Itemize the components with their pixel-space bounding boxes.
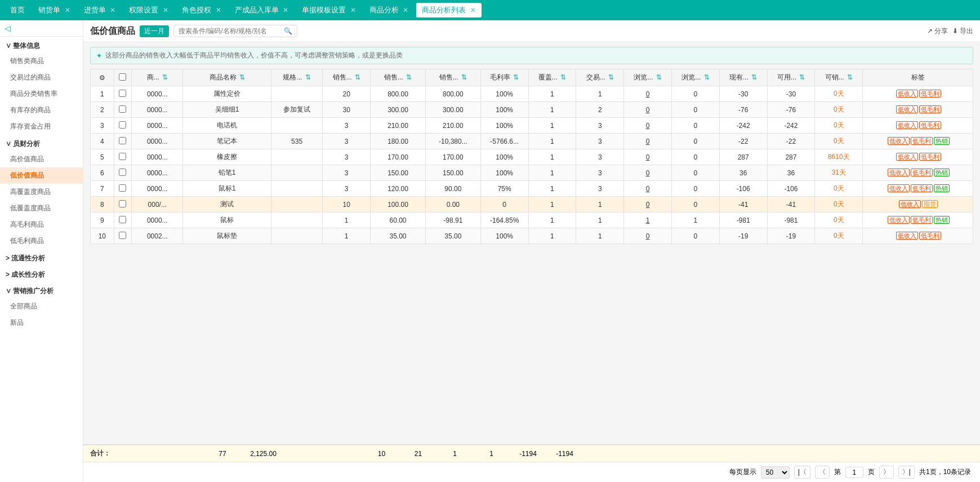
page-input[interactable] [845, 467, 863, 478]
sidebar-group-marketing[interactable]: ∨ 营销推广分析 [0, 282, 83, 298]
view-link[interactable]: 0 [646, 232, 650, 240]
th-settings[interactable]: ⚙ [91, 69, 114, 86]
sidebar-item-all-products[interactable]: 全部商品 [0, 298, 83, 315]
first-page-btn[interactable]: |〈 [794, 466, 810, 479]
row-sale-gross: 150.00 [425, 165, 480, 181]
view-link[interactable]: 0 [646, 138, 650, 145]
row-checkbox-cell[interactable] [114, 165, 131, 181]
th-trade[interactable]: 交易... ⇅ [576, 69, 624, 86]
th-sale-count[interactable]: 销售... ⇅ [323, 69, 371, 86]
sidebar-item-stocked-products[interactable]: 有库存的商品 [0, 102, 83, 118]
nav-sales[interactable]: 销货单 ✕ [33, 3, 76, 17]
sidebar-group-financial[interactable]: ∨ 员财分析 [0, 135, 83, 151]
sidebar-item-high-value[interactable]: 高价值商品 [0, 151, 83, 167]
close-icon[interactable]: ✕ [283, 6, 288, 14]
row-checkbox[interactable] [119, 232, 126, 239]
next-page-btn[interactable]: 〉 [879, 466, 894, 479]
view-link[interactable]: 0 [646, 90, 650, 98]
row-checkbox-cell[interactable] [114, 102, 131, 118]
nav-product-in[interactable]: 产成品入库单 ✕ [229, 3, 295, 17]
search-input[interactable] [179, 27, 282, 35]
sidebar-group-circulation[interactable]: > 流通性分析 [0, 249, 83, 266]
row-coverage: 1 [528, 213, 576, 228]
th-sale-gross[interactable]: 销售... ⇅ [425, 69, 480, 86]
nav-roles[interactable]: 角色授权 ✕ [176, 3, 227, 17]
row-checkbox[interactable] [119, 169, 126, 176]
close-icon[interactable]: ✕ [403, 6, 408, 14]
sidebar-item-stock-funds[interactable]: 库存资金占用 [0, 118, 83, 135]
row-checkbox[interactable] [119, 105, 126, 113]
row-checkbox-cell[interactable] [114, 181, 131, 197]
filter-tag-btn[interactable]: 近一月 [140, 25, 169, 37]
th-code[interactable]: 商... ⇅ [132, 69, 183, 86]
th-coverage[interactable]: 覆盖... ⇅ [528, 69, 576, 86]
th-tags[interactable]: 标签 [863, 69, 973, 86]
sidebar-item-sales-products[interactable]: 销售类商品 [0, 53, 83, 69]
row-checkbox[interactable] [119, 200, 126, 207]
row-sale-count: 3 [323, 181, 371, 197]
share-btn[interactable]: ↗ 分享 [927, 26, 948, 36]
sidebar-item-high-coverage[interactable]: 高覆盖度商品 [0, 184, 83, 200]
sidebar-item-traded-products[interactable]: 交易过的商品 [0, 69, 83, 86]
th-sale-amount[interactable]: 销售... ⇅ [371, 69, 426, 86]
th-spec[interactable]: 规格... ⇅ [271, 69, 322, 86]
nav-template[interactable]: 单据模板设置 ✕ [296, 3, 362, 17]
nav-analysis[interactable]: 商品分析 ✕ [364, 3, 415, 17]
row-checkbox[interactable] [119, 121, 126, 129]
th-sellable[interactable]: 可销... ⇅ [815, 69, 863, 86]
row-checkbox[interactable] [119, 184, 126, 192]
view-link[interactable]: 0 [646, 169, 650, 177]
close-icon[interactable]: ✕ [216, 6, 221, 14]
row-checkbox[interactable] [119, 216, 126, 223]
th-current-stock[interactable]: 现有... ⇅ [719, 69, 767, 86]
sidebar-item-low-margin[interactable]: 低毛利商品 [0, 233, 83, 249]
view-link[interactable]: 0 [646, 185, 650, 193]
th-view1[interactable]: 浏览... ⇅ [624, 69, 672, 86]
row-spec: 535 [271, 134, 322, 149]
nav-purchase[interactable]: 进货单 ✕ [78, 3, 122, 17]
th-view2[interactable]: 浏览... ⇅ [671, 69, 719, 86]
row-checkbox-cell[interactable] [114, 197, 131, 213]
select-all-checkbox[interactable] [119, 73, 126, 81]
row-checkbox-cell[interactable] [114, 86, 131, 102]
view-link[interactable]: 0 [646, 153, 650, 161]
close-icon[interactable]: ✕ [350, 6, 356, 14]
row-checkbox-cell[interactable] [114, 228, 131, 244]
th-checkbox[interactable] [114, 69, 131, 86]
th-available[interactable]: 可用... ⇅ [767, 69, 815, 86]
nav-analysis-list[interactable]: 商品分析列表 ✕ [416, 3, 482, 17]
close-icon[interactable]: ✕ [470, 6, 476, 14]
export-btn[interactable]: ⬇ 导出 [952, 26, 973, 36]
last-page-btn[interactable]: 〉| [898, 466, 915, 479]
row-sale-amount: 150.00 [371, 165, 426, 181]
sidebar-item-category-sales[interactable]: 商品分类销售率 [0, 86, 83, 102]
sidebar-item-high-margin[interactable]: 高毛利商品 [0, 216, 83, 233]
view-link[interactable]: 1 [646, 216, 650, 224]
close-icon[interactable]: ✕ [110, 6, 115, 14]
row-checkbox-cell[interactable] [114, 134, 131, 149]
row-checkbox[interactable] [119, 153, 126, 160]
close-icon[interactable]: ✕ [163, 6, 168, 14]
view-link[interactable]: 0 [646, 201, 650, 209]
search-icon[interactable]: 🔍 [284, 27, 292, 35]
nav-home[interactable]: 首页 [5, 3, 30, 17]
row-checkbox-cell[interactable] [114, 118, 131, 134]
nav-permissions[interactable]: 权限设置 ✕ [123, 3, 174, 17]
sidebar-group-overall[interactable]: ∨ 整体信息 [0, 37, 83, 53]
close-icon[interactable]: ✕ [65, 6, 70, 14]
view-link[interactable]: 0 [646, 122, 650, 130]
sidebar-item-low-coverage[interactable]: 低覆盖度商品 [0, 200, 83, 216]
row-checkbox[interactable] [119, 137, 126, 144]
sidebar-item-low-value[interactable]: 低价值商品 [0, 167, 83, 184]
row-checkbox[interactable] [119, 90, 126, 97]
sidebar-collapse-btn[interactable]: ◁ [5, 24, 11, 33]
row-checkbox-cell[interactable] [114, 149, 131, 165]
row-checkbox-cell[interactable] [114, 213, 131, 228]
th-gross-rate[interactable]: 毛利率 ⇅ [480, 69, 528, 86]
th-name[interactable]: 商品名称 ⇅ [183, 69, 271, 86]
prev-page-btn[interactable]: 〈 [815, 466, 830, 479]
sidebar-item-new-products[interactable]: 新品 [0, 315, 83, 331]
page-size-select[interactable]: 50 100 200 [761, 466, 790, 479]
sidebar-group-growth[interactable]: > 成长性分析 [0, 266, 83, 282]
view-link[interactable]: 0 [646, 106, 650, 114]
